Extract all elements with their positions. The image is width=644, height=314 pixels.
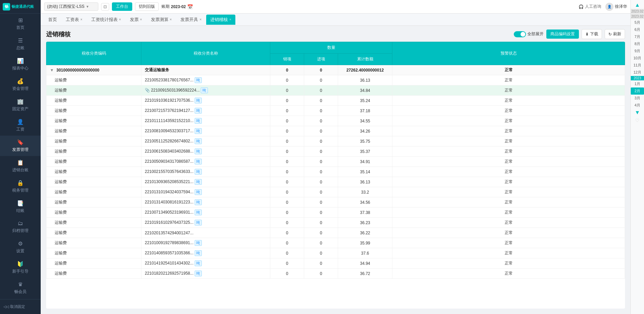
table-row[interactable]: 运输费 22100713490523196931... 吨 0 0 37.38 … — [46, 208, 625, 218]
expand-toggle-switch[interactable] — [514, 31, 526, 37]
table-row[interactable]: 运输费 22101910361921707536... 吨 0 0 35.24 … — [46, 96, 625, 106]
cal-month-1[interactable]: 1月 — [631, 80, 644, 87]
tab-salary-report[interactable]: 工资统计报表 × — [87, 15, 125, 25]
cal-month-2-active[interactable]: 2月 — [631, 87, 644, 95]
table-row[interactable]: 运输费 22101916102976437325... 吨 0 0 36.23 … — [46, 218, 625, 228]
item-purchase-cell: 0 — [304, 106, 338, 116]
sidebar-item-label: 进销台账 — [12, 167, 28, 173]
expand-triangle[interactable]: ▼ — [50, 68, 54, 73]
table-row[interactable]: 运输费 22101111143592152210... 吨 0 0 34.55 … — [46, 116, 625, 126]
table-row[interactable]: 运输费 📎 22100915031396592224... 吨 0 0 34.8… — [46, 85, 625, 96]
item-sales-cell: 0 — [270, 248, 304, 258]
table-row[interactable]: ▼ 3010000000000000000 交通运输服务 0 0 27262.4… — [46, 65, 625, 75]
table-row[interactable]: 运输费 22102013574294001247... 0 0 36.22 正常 — [46, 228, 625, 238]
table-row[interactable]: 运输费 22100615083403402688... 吨 0 0 35.37 … — [46, 146, 625, 157]
tab-invoice-open-close[interactable]: × — [199, 18, 201, 21]
support-button[interactable]: 🎧 人工咨询 — [579, 4, 601, 9]
tab-invoice-calc-label: 发票测算 — [151, 17, 169, 23]
sidebar-item-reports[interactable]: 📊 报表中心 — [0, 54, 41, 75]
sidebar-item-tax[interactable]: 🔒 税务管理 — [0, 176, 41, 197]
table-row[interactable]: 运输费 22100509034317086587... 吨 0 0 34.91 … — [46, 157, 625, 167]
table-row[interactable]: 运输费 22101419254101434302... 吨 0 0 34.94 … — [46, 258, 625, 269]
sidebar-item-ledger[interactable]: ☰ 总账 — [0, 34, 41, 54]
table-row[interactable]: 运输费 22101314030816191223... 吨 0 0 34.56 … — [46, 197, 625, 208]
col-purchase-header: 进项 — [304, 54, 338, 65]
table-row[interactable]: 运输费 22101309365208535221... 吨 0 0 36.13 … — [46, 177, 625, 187]
item-name-cell: 运输费 — [46, 116, 141, 126]
sidebar-item-settle[interactable]: 📑 结账 — [0, 197, 41, 217]
tab-invoice[interactable]: 发票 × — [126, 15, 146, 25]
settings-button[interactable]: 商品编码设置 — [546, 30, 579, 39]
switch-version-button[interactable]: 切到旧版 — [135, 2, 159, 11]
item-purchase-cell: 0 — [304, 75, 338, 85]
tab-invoice-open[interactable]: 发票开具 × — [176, 15, 206, 25]
tab-salary[interactable]: 工资表 × — [62, 15, 86, 25]
sidebar-item-archive[interactable]: 🗂 归档管理 — [0, 217, 41, 237]
cal-nav-down[interactable]: ▼ — [635, 109, 640, 116]
settings-icon: ⚙ — [18, 240, 23, 247]
tab-invoice-calc-close[interactable]: × — [170, 18, 172, 21]
table-row[interactable]: 运输费 22100810094532303717... 吨 0 0 34.26 … — [46, 126, 625, 136]
item-name-cell: 运输费 — [46, 258, 141, 269]
download-button[interactable]: ⬇ 下载 — [582, 29, 602, 39]
cal-month-12[interactable]: 12月 — [631, 69, 644, 76]
tab-sales-check-close[interactable]: × — [229, 18, 231, 21]
table-row[interactable]: 运输费 22100523381780176567... 吨 0 0 36.13 … — [46, 75, 625, 85]
sidebar-item-vip[interactable]: ♛ 畅会员 — [0, 278, 41, 298]
sidebar-item-settings[interactable]: ⚙ 设置 — [0, 237, 41, 257]
sidebar-item-guide[interactable]: 🔰 新手引导 — [0, 257, 41, 278]
unpin-button[interactable]: ◁◁ 取消固定 — [3, 303, 37, 311]
item-status-cell: 正常 — [392, 146, 625, 157]
cal-month-6[interactable]: 6月 — [631, 26, 644, 33]
cal-month-9[interactable]: 9月 — [631, 47, 644, 55]
cal-nav-up[interactable]: ▲ — [635, 1, 640, 9]
table-row[interactable]: 运输费 22101820212692571958... 吨 0 0 36.72 … — [46, 269, 625, 279]
calendar-icon[interactable]: 📅 — [187, 4, 193, 9]
tab-sales-check-label: 进销稽核 — [210, 17, 228, 23]
cal-month-4[interactable]: 4月 — [631, 102, 644, 109]
cal-month-11[interactable]: 11月 — [631, 62, 644, 69]
item-sales-cell: 0 — [270, 208, 304, 218]
tab-home[interactable]: 首页 — [44, 15, 61, 25]
item-sales-cell: 0 — [270, 96, 304, 106]
table-row[interactable]: 运输费 22100721573762194127... 吨 0 0 37.18 … — [46, 106, 625, 116]
cal-month-10[interactable]: 10月 — [631, 55, 644, 62]
item-purchase-cell: 0 — [304, 177, 338, 187]
table-row[interactable]: 运输费 22100215570357643633... 吨 0 0 35.14 … — [46, 167, 625, 177]
item-cumulative-cell: 37.38 — [338, 208, 392, 218]
item-status-cell: 正常 — [392, 187, 625, 197]
table-row[interactable]: 运输费 22101310194324037594... 吨 0 0 33.2 正… — [46, 187, 625, 197]
item-cumulative-cell: 36.13 — [338, 177, 392, 187]
item-taxcode-cell: 📎 22100915031396592224... 吨 — [141, 85, 270, 96]
unpin-label: 取消固定 — [10, 304, 25, 309]
file-attachment-icon[interactable]: 📎 — [145, 88, 150, 93]
tab-invoice-calc[interactable]: 发票测算 × — [147, 15, 176, 25]
item-cumulative-cell: 36.23 — [338, 218, 392, 228]
cal-month-8[interactable]: 8月 — [631, 40, 644, 47]
copy-button[interactable]: ⊡ — [101, 3, 109, 11]
sidebar-item-sales-desk[interactable]: 📋 进销台账 — [0, 156, 41, 176]
tab-invoice-close[interactable]: × — [140, 18, 142, 21]
sidebar-item-salary[interactable]: 👤 工资 — [0, 115, 41, 136]
sidebar-item-home[interactable]: ⊞ 首页 — [0, 14, 41, 34]
unit-tag: 吨 — [195, 159, 202, 164]
sidebar-item-fund[interactable]: 💰 资金管理 — [0, 75, 41, 95]
sidebar-item-label: 归档管理 — [12, 228, 28, 234]
company-selector[interactable]: (勿动) 江西报宝-LSS ▼ — [44, 2, 98, 11]
table-row[interactable]: 运输费 22101009192789838691... 吨 0 0 35.99 … — [46, 238, 625, 248]
workbench-button[interactable]: 工作台 — [112, 2, 132, 11]
sidebar-item-assets[interactable]: 🏢 固定资产 — [0, 95, 41, 115]
cal-month-3[interactable]: 3月 — [631, 95, 644, 102]
tab-salary-close[interactable]: × — [80, 18, 82, 21]
tab-sales-check[interactable]: 进销稽核 × — [206, 15, 235, 25]
cal-month-7[interactable]: 7月 — [631, 33, 644, 40]
table-row[interactable]: 运输费 22100511252826674802... 吨 0 0 35.75 … — [46, 136, 625, 146]
user-menu[interactable]: 👤 徐泽华 — [605, 3, 627, 11]
unit-tag: 吨 — [195, 220, 202, 225]
tab-salary-report-close[interactable]: × — [119, 18, 121, 21]
cal-month-5[interactable]: 5月 — [631, 19, 644, 26]
period-display: 账期 2023-02 📅 — [161, 4, 193, 9]
table-row[interactable]: 运输费 22101408593571035366... 吨 0 0 37.6 正… — [46, 248, 625, 258]
sidebar-item-invoice-mgmt[interactable]: 🔖 发票管理 — [0, 136, 41, 156]
refresh-button[interactable]: ↻ 刷新 — [605, 29, 625, 39]
